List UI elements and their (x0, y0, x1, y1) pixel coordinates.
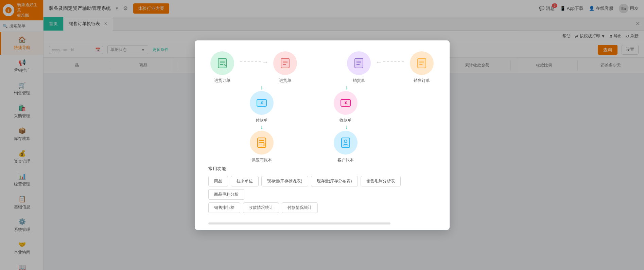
arrow-down-sales: ↓ (333, 84, 360, 90)
sales-order-icon (410, 51, 434, 75)
flow-node-payment-bill[interactable]: ¥ 付款单 (250, 91, 274, 123)
func-btn-partners[interactable]: 往来单位 (231, 176, 259, 186)
flow-node-receipt-bill[interactable]: ¥ 收款单 (334, 91, 358, 123)
func-buttons-row1: 商品 往来单位 现存量(库存状况表) 现存量(库存分布表) 销售毛利分析表 商品… (208, 176, 436, 200)
customer-ledger-label: 客户账本 (337, 157, 354, 163)
sales-bill-label: 销货单 (353, 78, 365, 84)
arrow-purchase-to-bill: → (239, 51, 269, 66)
supplier-ledger-label: 供应商账本 (251, 157, 272, 163)
flow-node-purchase-bill[interactable]: 进货单 (273, 51, 297, 84)
svg-text:¥: ¥ (344, 100, 347, 105)
modal-scroll[interactable] (195, 220, 450, 227)
func-btn-payments-stats[interactable]: 付款情况统计 (282, 202, 318, 213)
purchase-order-label: 进货订单 (214, 78, 230, 84)
common-functions: 常用功能 商品 往来单位 现存量(库存状况表) 现存量(库存分布表) 销售毛利分… (208, 166, 436, 213)
modal-overlay[interactable]: 进货订单 → 进货单 (0, 0, 644, 270)
func-btn-sales-ranking[interactable]: 销售排行榜 (208, 202, 240, 213)
receipt-bill-label: 收款单 (340, 118, 352, 123)
arrow-down-receipt: ↓ (333, 124, 360, 130)
supplier-ledger-icon (250, 131, 274, 155)
func-btn-stock-status[interactable]: 现存量(库存状况表) (261, 176, 308, 186)
receipt-bill-icon: ¥ (334, 91, 358, 115)
purchase-order-icon (210, 51, 234, 75)
modal-body: 进货订单 → 进货单 (195, 40, 450, 220)
common-functions-title: 常用功能 (208, 166, 436, 172)
func-btn-receipts-stats[interactable]: 收款情况统计 (243, 202, 279, 213)
payment-bill-label: 付款单 (256, 118, 268, 123)
func-btn-goods-gross-analysis[interactable]: 商品毛利分析 (208, 189, 244, 200)
sales-order-label: 销售订单 (414, 78, 430, 84)
customer-ledger-icon (334, 131, 358, 155)
purchase-bill-icon (273, 51, 297, 75)
svg-text:¥: ¥ (261, 100, 263, 105)
sales-bill-icon (347, 51, 371, 75)
func-btn-stock-dist[interactable]: 现存量(库存分布表) (311, 176, 358, 186)
flow-node-sales-order[interactable]: 销售订单 (410, 51, 434, 84)
flow-node-sales-bill[interactable]: 销货单 (347, 51, 371, 84)
flow-node-customer-ledger[interactable]: 客户账本 (334, 131, 358, 163)
arrow-down-payment: ↓ (248, 124, 275, 130)
flow-node-supplier-ledger[interactable]: 供应商账本 (250, 131, 274, 163)
arrow-sales-order-to-bill: ← (375, 51, 405, 66)
quick-nav-modal: 进货订单 → 进货单 (195, 40, 450, 230)
flow-node-purchase-order[interactable]: 进货订单 (210, 51, 234, 84)
svg-rect-33 (263, 143, 266, 146)
func-btn-sales-gross-analysis[interactable]: 销售毛利分析表 (361, 176, 401, 186)
func-buttons-row2: 销售排行榜 收款情况统计 付款情况统计 (208, 202, 436, 213)
payment-bill-icon: ¥ (250, 91, 274, 115)
arrow-down-purchase: ↓ (248, 84, 275, 90)
purchase-bill-label: 进货单 (279, 78, 291, 84)
func-btn-goods[interactable]: 商品 (208, 176, 228, 186)
